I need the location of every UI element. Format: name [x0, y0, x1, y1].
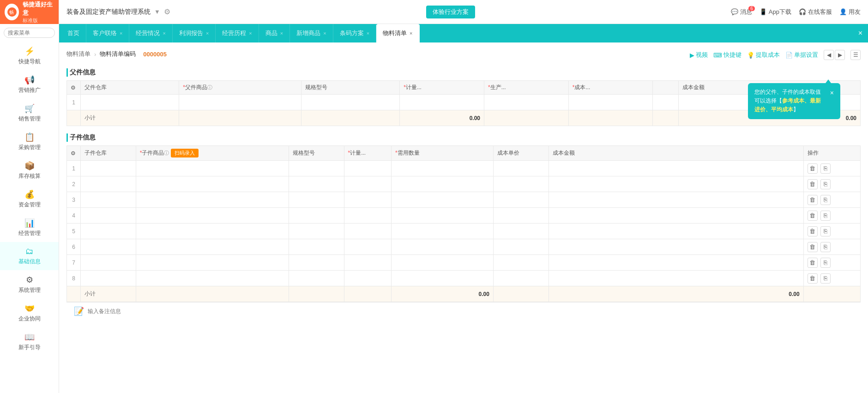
- child-row-2-spec[interactable]: [289, 176, 344, 192]
- toolbar-extract-cost[interactable]: 💡 提取成本: [747, 51, 780, 59]
- child-row-1-spec[interactable]: [289, 161, 344, 176]
- breadcrumb-bom[interactable]: 物料清单: [66, 50, 90, 58]
- child-row-3-warehouse[interactable]: [81, 192, 136, 208]
- child-row-3-spec[interactable]: [289, 192, 344, 208]
- child-row-2-qty-unit[interactable]: [344, 176, 391, 192]
- child-row-7-delete-btn[interactable]: 🗑: [808, 258, 818, 268]
- sidebar-item-sales[interactable]: 🛒 销售管理: [0, 99, 59, 127]
- child-row-8-warehouse[interactable]: [81, 271, 136, 286]
- child-row-6-needed-qty[interactable]: [392, 239, 494, 255]
- parent-row-1-cost[interactable]: [568, 95, 653, 110]
- child-row-5-goods[interactable]: [136, 224, 289, 239]
- sidebar-item-basic-info[interactable]: 🗂 基础信息: [0, 242, 59, 270]
- child-row-2-delete-btn[interactable]: 🗑: [808, 179, 818, 189]
- parent-col-settings[interactable]: ⚙: [67, 81, 81, 95]
- online-service-item[interactable]: 🎧 在线客服: [799, 8, 832, 16]
- message-item[interactable]: 💬 消息 6: [731, 8, 752, 16]
- child-col-settings[interactable]: ⚙: [67, 146, 81, 161]
- nav-next[interactable]: ▶: [835, 50, 845, 60]
- child-row-1-warehouse[interactable]: [81, 161, 136, 176]
- child-row-5-delete-btn[interactable]: 🗑: [808, 226, 818, 236]
- tab-barcode[interactable]: 条码方案 ×: [333, 24, 376, 42]
- sidebar-item-finance[interactable]: 💰 资金管理: [0, 185, 59, 213]
- child-row-2-copy-btn[interactable]: ⎘: [820, 179, 831, 189]
- child-row-5-unit-cost[interactable]: [493, 224, 549, 239]
- child-row-7-spec[interactable]: [289, 255, 344, 271]
- child-row-7-goods[interactable]: [136, 255, 289, 271]
- sidebar-item-inventory[interactable]: 📦 库存核算: [0, 156, 59, 185]
- toolbar-shortcut[interactable]: ⌨ 快捷键: [713, 51, 741, 59]
- child-row-3-needed-qty[interactable]: [392, 192, 494, 208]
- tab-operations[interactable]: 经营情况 ×: [129, 24, 172, 42]
- child-row-6-delete-btn[interactable]: 🗑: [808, 242, 818, 252]
- child-row-1-needed-qty[interactable]: [392, 161, 494, 176]
- child-row-7-warehouse[interactable]: [81, 255, 136, 271]
- tab-history[interactable]: 经营历程 ×: [216, 24, 259, 42]
- child-row-3-unit-cost[interactable]: [493, 192, 549, 208]
- tab-bar-close-all[interactable]: ×: [855, 29, 866, 37]
- trial-button[interactable]: 体验行业方案: [426, 6, 475, 18]
- child-row-2-needed-qty[interactable]: [392, 176, 494, 192]
- parent-row-1-qty[interactable]: [400, 95, 484, 110]
- toolbar-single-settings[interactable]: 📄 单据设置: [785, 51, 818, 59]
- parent-row-1-spec[interactable]: [301, 95, 399, 110]
- child-row-1-goods[interactable]: [136, 161, 289, 176]
- tab-home[interactable]: 首页: [61, 24, 86, 42]
- sidebar-item-guide[interactable]: 📖 新手引导: [0, 327, 59, 356]
- child-row-4-needed-qty[interactable]: [392, 208, 494, 224]
- sidebar-item-quicknav[interactable]: ⚡ 快捷导航: [0, 42, 59, 70]
- child-row-2-warehouse[interactable]: [81, 176, 136, 192]
- child-row-5-spec[interactable]: [289, 224, 344, 239]
- note-input[interactable]: [88, 308, 853, 314]
- app-download-item[interactable]: 📱 App下载: [760, 8, 791, 16]
- child-row-5-qty-unit[interactable]: [344, 224, 391, 239]
- tab-bom-close[interactable]: ×: [410, 30, 412, 36]
- tab-new-goods[interactable]: 新增商品 ×: [290, 24, 333, 42]
- scan-btn[interactable]: 扫码录入: [171, 149, 199, 157]
- child-row-5-copy-btn[interactable]: ⎘: [820, 226, 831, 236]
- tab-customer-close[interactable]: ×: [120, 30, 122, 36]
- child-row-4-unit-cost[interactable]: [493, 208, 549, 224]
- child-row-8-delete-btn[interactable]: 🗑: [808, 273, 818, 284]
- parent-row-1-goods[interactable]: [179, 95, 301, 110]
- child-row-4-warehouse[interactable]: [81, 208, 136, 224]
- child-row-2-goods[interactable]: [136, 176, 289, 192]
- child-row-8-goods[interactable]: [136, 271, 289, 286]
- tab-barcode-close[interactable]: ×: [367, 30, 369, 36]
- child-row-6-qty-unit[interactable]: [344, 239, 391, 255]
- sidebar-item-marketing[interactable]: 📢 营销推广: [0, 70, 59, 99]
- child-row-4-qty-unit[interactable]: [344, 208, 391, 224]
- tab-customer[interactable]: 客户联络 ×: [86, 24, 129, 42]
- child-row-7-copy-btn[interactable]: ⎘: [820, 258, 831, 268]
- nav-prev[interactable]: ◀: [824, 50, 834, 60]
- child-row-6-spec[interactable]: [289, 239, 344, 255]
- tooltip-close-btn[interactable]: ×: [830, 88, 834, 98]
- child-row-2-unit-cost[interactable]: [493, 176, 549, 192]
- toolbar-video[interactable]: ▶ 视频: [690, 51, 708, 59]
- parent-row-1-production[interactable]: [484, 95, 568, 110]
- tab-goods-close[interactable]: ×: [280, 30, 283, 36]
- tab-profit[interactable]: 利润报告 ×: [173, 24, 216, 42]
- child-row-1-delete-btn[interactable]: 🗑: [808, 163, 818, 174]
- child-row-4-spec[interactable]: [289, 208, 344, 224]
- tab-profit-close[interactable]: ×: [206, 30, 209, 36]
- child-row-7-unit-cost[interactable]: [493, 255, 549, 271]
- child-row-6-goods[interactable]: [136, 239, 289, 255]
- child-row-8-unit-cost[interactable]: [493, 271, 549, 286]
- child-row-8-copy-btn[interactable]: ⎘: [820, 273, 831, 284]
- sidebar-item-collab[interactable]: 🤝 企业协同: [0, 299, 59, 327]
- child-row-6-unit-cost[interactable]: [493, 239, 549, 255]
- sidebar-item-system[interactable]: ⚙ 系统管理: [0, 270, 59, 299]
- tab-operations-close[interactable]: ×: [163, 30, 165, 36]
- child-row-6-copy-btn[interactable]: ⎘: [820, 242, 831, 252]
- child-row-6-warehouse[interactable]: [81, 239, 136, 255]
- child-row-8-qty-unit[interactable]: [344, 271, 391, 286]
- tab-bom[interactable]: 物料清单 ×: [376, 24, 419, 42]
- child-row-1-copy-btn[interactable]: ⎘: [820, 163, 831, 174]
- child-row-5-needed-qty[interactable]: [392, 224, 494, 239]
- child-row-4-copy-btn[interactable]: ⎘: [820, 211, 831, 221]
- nav-list-view[interactable]: ☰: [850, 50, 861, 60]
- child-row-1-qty-unit[interactable]: [344, 161, 391, 176]
- settings-icon[interactable]: ⚙: [164, 7, 170, 16]
- child-row-3-goods[interactable]: [136, 192, 289, 208]
